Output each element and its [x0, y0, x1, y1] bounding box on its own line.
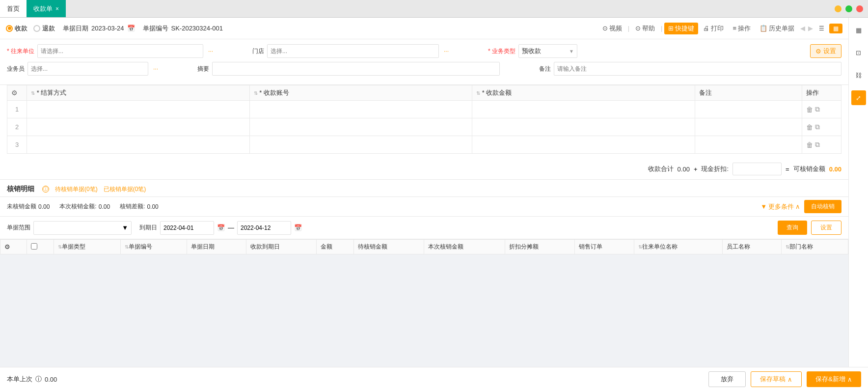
maximize-button[interactable] — [845, 5, 852, 12]
unverified-stat: 未核销金额 0.00 — [7, 202, 50, 211]
history-icon: 📋 — [760, 25, 767, 32]
filter-settings-button[interactable]: 设置 — [811, 221, 841, 235]
shortcut-button[interactable]: ⊞ 快捷键 — [664, 23, 698, 34]
shop-input[interactable] — [267, 44, 439, 58]
calendar-from-icon[interactable]: 📅 — [217, 224, 225, 231]
cell-account-2[interactable] — [249, 118, 472, 136]
date-from-input[interactable] — [160, 221, 214, 235]
last-order-value: 0.00 — [45, 376, 57, 383]
save-new-label: 保存&新增 — [815, 375, 845, 384]
net-value: 0.00 — [829, 166, 841, 173]
cell-amount-3[interactable] — [472, 136, 695, 154]
date-range-separator: — — [228, 224, 234, 231]
cell-action-1: 🗑 ⧉ — [802, 101, 841, 118]
video-button[interactable]: ⊙ 视频 — [598, 23, 626, 34]
cell-amount-2[interactable] — [472, 118, 695, 136]
th-account: ⇅ * 收款账号 — [249, 85, 472, 101]
tab-receipt[interactable]: 收款单 × — [27, 0, 66, 17]
grid-view-button[interactable]: ▦ — [829, 24, 842, 33]
row-num-1: 1 — [7, 101, 27, 118]
remark-input[interactable] — [554, 62, 841, 76]
number-label: 单据编号 — [143, 24, 168, 33]
counterpart-more-icon[interactable]: ··· — [208, 48, 213, 55]
staff-input[interactable] — [27, 62, 148, 76]
cell-settlement-3[interactable] — [27, 136, 250, 154]
pending-tab[interactable]: 待核销单据(0笔) — [55, 185, 98, 194]
counterpart-label: * 往来单位 — [7, 47, 34, 56]
bottom-th-gear[interactable]: ⚙ — [0, 240, 27, 254]
staff-label: 业务员 — [7, 65, 25, 73]
copy-icon-3[interactable]: ⧉ — [815, 140, 820, 149]
cell-remark-3[interactable] — [695, 136, 802, 154]
receipt-radio[interactable]: 收款 — [6, 24, 27, 33]
history-button[interactable]: 📋 历史单据 — [756, 23, 798, 34]
minimize-button[interactable] — [835, 5, 841, 12]
table-gear-icon[interactable]: ⚙ — [11, 89, 18, 97]
form-row-1: * 往来单位 ··· 门店 ··· * 业务类型 预收款 ▼ ⚙ 设置 — [7, 44, 841, 58]
copy-icon-1[interactable]: ⧉ — [815, 105, 820, 113]
cell-settlement-1[interactable] — [27, 101, 250, 118]
print-button[interactable]: 🖨 打印 — [699, 23, 728, 34]
staff-more-icon[interactable]: ··· — [153, 65, 158, 72]
delete-icon-2[interactable]: 🗑 — [806, 123, 813, 131]
bottom-th-pending: 待核销金额 — [353, 240, 424, 254]
settings-label: 设置 — [823, 47, 836, 56]
cell-account-1[interactable] — [249, 101, 472, 118]
table-row: 3 🗑 ⧉ — [7, 136, 841, 154]
counterpart-input[interactable] — [37, 44, 203, 58]
cell-amount-1[interactable] — [472, 101, 695, 118]
shop-more-icon[interactable]: ··· — [444, 48, 449, 55]
verification-info-icon[interactable]: ⓘ — [42, 186, 49, 193]
tab-receipt-label: 收款单 — [33, 4, 53, 13]
select-all-checkbox[interactable] — [31, 243, 37, 250]
operation-button[interactable]: ≡ 操作 — [729, 23, 755, 34]
last-order-info-icon[interactable]: ⓘ — [35, 375, 42, 384]
abandon-button[interactable]: 放弃 — [708, 371, 746, 387]
range-select[interactable]: ▼ — [33, 221, 132, 235]
bottom-gear-icon[interactable]: ⚙ — [4, 243, 10, 251]
save-draft-button[interactable]: 保存草稿 ∧ — [751, 371, 802, 387]
refund-radio-circle — [33, 25, 40, 32]
range-label: 单据范围 — [7, 223, 30, 232]
cell-remark-2[interactable] — [695, 118, 802, 136]
summary-label: 摘要 — [197, 65, 209, 73]
bottom-th-dept: ⇅部门名称 — [782, 240, 848, 254]
chevron-down-icon: ▼ — [569, 49, 574, 54]
close-button[interactable] — [856, 5, 863, 12]
sidebar-link-icon[interactable]: ⛓ — [851, 68, 866, 83]
equals-sign: = — [786, 166, 789, 173]
table-settings-header[interactable]: ⚙ — [7, 85, 27, 101]
date-to-input[interactable] — [237, 221, 291, 235]
done-tab[interactable]: 已核销单据(0笔) — [104, 185, 146, 194]
diff-stat: 核销差额: 0.00 — [120, 202, 159, 211]
cell-settlement-2[interactable] — [27, 118, 250, 136]
staff-field: 业务员 ··· — [7, 62, 158, 76]
bottom-th-staff: 员工名称 — [722, 240, 782, 254]
sidebar-table-icon[interactable]: ▦ — [851, 23, 866, 37]
bottom-th-current: 本次核销金额 — [424, 240, 505, 254]
summary-input[interactable] — [212, 62, 500, 76]
business-type-select[interactable]: 预收款 ▼ — [518, 44, 577, 58]
more-filter-button[interactable]: ▼ 更多条件 ∧ — [760, 202, 800, 211]
delete-icon-3[interactable]: 🗑 — [806, 141, 813, 149]
calendar-icon[interactable]: 📅 — [127, 25, 135, 32]
calendar-to-icon[interactable]: 📅 — [294, 224, 302, 231]
save-new-button[interactable]: 保存&新增 ∧ — [807, 371, 861, 387]
help-button[interactable]: ⊙ 帮助 — [631, 23, 659, 34]
refund-radio[interactable]: 退款 — [33, 24, 55, 33]
query-button[interactable]: 查询 — [778, 221, 807, 235]
tab-home[interactable]: 首页 — [0, 0, 27, 17]
discount-input[interactable] — [732, 163, 782, 175]
list-view-button[interactable]: ☰ — [815, 24, 828, 33]
cell-account-3[interactable] — [249, 136, 472, 154]
delete-icon-1[interactable]: 🗑 — [806, 106, 813, 113]
sidebar-import-icon[interactable]: ⊡ — [851, 45, 866, 60]
auto-verify-button[interactable]: 自动核销 — [804, 200, 841, 213]
copy-icon-2[interactable]: ⧉ — [815, 123, 820, 131]
cell-remark-1[interactable] — [695, 101, 802, 118]
bottom-th-checkbox — [27, 240, 54, 254]
sidebar-expand-icon[interactable]: ⤢ — [851, 90, 866, 105]
bottom-th-due-date: 收款到期日 — [246, 240, 316, 254]
tab-close-icon[interactable]: × — [55, 5, 59, 12]
settings-button[interactable]: ⚙ 设置 — [810, 44, 841, 58]
